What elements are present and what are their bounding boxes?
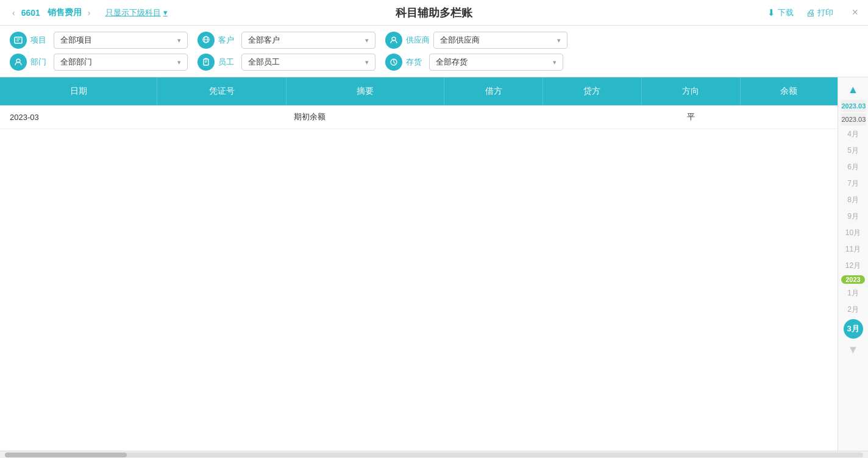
sidebar-item-8[interactable]: 10月 xyxy=(841,225,866,241)
project-label: 项目 xyxy=(30,35,50,46)
sidebar-active-month-container[interactable]: 3月 xyxy=(844,319,863,339)
col-debit: 借方 xyxy=(444,77,543,105)
employee-label: 员工 xyxy=(218,57,238,68)
print-label: 打印 xyxy=(817,7,833,18)
sidebar-item-9[interactable]: 11月 xyxy=(841,242,866,257)
show-sub-arrow: ▾ xyxy=(163,8,168,17)
filter-item-customer: 客户 全部客户 ▾ xyxy=(197,32,375,49)
project-select[interactable]: 全部项目 ▾ xyxy=(54,32,188,49)
filter-item-employee: 员工 全部员工 ▾ xyxy=(197,54,375,71)
cell-credit xyxy=(542,105,641,129)
account-code: 6601 xyxy=(21,8,40,18)
page-title: 科目辅助多栏账 xyxy=(396,5,472,20)
print-button[interactable]: 🖨 打印 xyxy=(806,7,833,18)
sidebar-item-4[interactable]: 6月 xyxy=(841,160,866,175)
top-actions: ⬇ 下载 🖨 打印 × xyxy=(767,6,858,19)
employee-select[interactable]: 全部员工 ▾ xyxy=(241,54,375,71)
account-name: 销售费用 xyxy=(48,7,82,18)
department-icon xyxy=(10,54,27,71)
sidebar-active-month[interactable]: 3月 xyxy=(844,319,863,339)
project-icon xyxy=(10,32,27,49)
col-direction: 方向 xyxy=(641,77,740,105)
show-sub-label: 只显示下级科目 xyxy=(105,7,161,18)
sidebar-down-arrow[interactable]: ▼ xyxy=(845,341,862,358)
filter-row-2: 部门 全部部门 ▾ 员工 全部员工 ▾ xyxy=(10,54,858,71)
department-select[interactable]: 全部部门 ▾ xyxy=(54,54,188,71)
col-balance: 余额 xyxy=(740,77,838,105)
table-header-row: 日期 凭证号 摘要 借方 贷方 方向 余额 xyxy=(0,77,838,105)
sidebar-up-arrow[interactable]: ▲ xyxy=(845,81,862,98)
department-value: 全部部门 xyxy=(60,57,92,68)
supplier-label: 供应商 xyxy=(406,35,430,46)
main-table: 日期 凭证号 摘要 借方 贷方 方向 余额 2023-03 期初余额 xyxy=(0,77,838,129)
download-button[interactable]: ⬇ 下载 xyxy=(767,7,794,18)
supplier-select[interactable]: 全部供应商 ▾ xyxy=(433,32,567,49)
sidebar-item-0[interactable]: 2023.03 xyxy=(841,100,866,112)
scrollbar-track xyxy=(5,453,863,457)
employee-value: 全部员工 xyxy=(248,57,280,68)
inventory-arrow: ▾ xyxy=(553,58,557,66)
cell-date: 2023-03 xyxy=(0,105,157,129)
customer-label: 客户 xyxy=(218,35,238,46)
customer-select[interactable]: 全部客户 ▾ xyxy=(241,32,375,49)
sidebar-item-10[interactable]: 12月 xyxy=(841,258,866,273)
filter-item-inventory: 存货 全部存货 ▾ xyxy=(385,54,563,71)
top-bar: ‹ 6601 销售费用 › 只显示下级科目 ▾ 科目辅助多栏账 ⬇ 下载 🖨 打… xyxy=(0,0,868,26)
sidebar-item-3[interactable]: 5月 xyxy=(841,143,866,158)
filter-row-1: 项目 全部项目 ▾ 客户 全部客户 ▾ xyxy=(10,32,858,49)
supplier-icon xyxy=(385,32,402,49)
employee-icon xyxy=(197,54,215,71)
col-summary: 摘要 xyxy=(286,77,444,105)
filter-item-project: 项目 全部项目 ▾ xyxy=(10,32,188,49)
sidebar-item-5[interactable]: 7月 xyxy=(841,176,866,191)
horizontal-scrollbar[interactable] xyxy=(0,451,868,458)
table-row[interactable]: 2023-03 期初余额 平 xyxy=(0,105,838,129)
prev-arrow[interactable]: ‹ xyxy=(10,8,18,18)
supplier-arrow: ▾ xyxy=(557,37,561,44)
customer-arrow: ▾ xyxy=(365,37,369,44)
print-icon: 🖨 xyxy=(806,7,815,18)
filter-item-supplier: 供应商 全部供应商 ▾ xyxy=(385,32,567,49)
show-sub-button[interactable]: 只显示下级科目 ▾ xyxy=(105,7,168,18)
project-arrow: ▾ xyxy=(177,37,181,44)
cell-voucher xyxy=(157,105,286,129)
project-value: 全部项目 xyxy=(60,35,92,46)
sidebar-item-7[interactable]: 9月 xyxy=(841,209,866,224)
sidebar-item-1[interactable]: 2023.03 xyxy=(841,113,866,125)
filter-item-department: 部门 全部部门 ▾ xyxy=(10,54,188,71)
department-arrow: ▾ xyxy=(177,58,181,66)
customer-value: 全部客户 xyxy=(248,35,280,46)
col-credit: 贷方 xyxy=(542,77,641,105)
inventory-label: 存货 xyxy=(406,57,425,68)
scrollbar-thumb[interactable] xyxy=(5,453,127,457)
main-window: ‹ 6601 销售费用 › 只显示下级科目 ▾ 科目辅助多栏账 ⬇ 下载 🖨 打… xyxy=(0,0,868,458)
cell-direction: 平 xyxy=(641,105,740,129)
next-arrow[interactable]: › xyxy=(85,8,93,18)
download-label: 下载 xyxy=(778,7,794,18)
sidebar-item-2[interactable]: 4月 xyxy=(841,127,866,142)
download-icon: ⬇ xyxy=(767,7,775,18)
sidebar-year-badge: 2023 xyxy=(841,275,864,284)
filter-area: 项目 全部项目 ▾ 客户 全部客户 ▾ xyxy=(0,26,868,77)
cell-summary: 期初余额 xyxy=(286,105,444,129)
sidebar-item-6[interactable]: 8月 xyxy=(841,192,866,208)
content-area: 日期 凭证号 摘要 借方 贷方 方向 余额 2023-03 期初余额 xyxy=(0,77,868,451)
col-voucher: 凭证号 xyxy=(157,77,286,105)
department-label: 部门 xyxy=(30,57,50,68)
inventory-icon xyxy=(385,54,402,71)
sidebar-item-12[interactable]: 1月 xyxy=(841,286,866,301)
close-button[interactable]: × xyxy=(852,6,858,19)
svg-rect-0 xyxy=(15,37,22,43)
customer-icon xyxy=(197,32,215,49)
inventory-value: 全部存货 xyxy=(436,57,468,68)
employee-arrow: ▾ xyxy=(365,58,369,66)
inventory-select[interactable]: 全部存货 ▾ xyxy=(429,54,563,71)
col-date: 日期 xyxy=(0,77,157,105)
table-container[interactable]: 日期 凭证号 摘要 借方 贷方 方向 余额 2023-03 期初余额 xyxy=(0,77,838,451)
supplier-value: 全部供应商 xyxy=(440,35,480,46)
sidebar-item-13[interactable]: 2月 xyxy=(841,302,866,317)
cell-balance xyxy=(740,105,838,129)
right-sidebar: ▲ 2023.03 2023.03 4月 5月 6月 7月 8月 9月 10月 … xyxy=(838,77,868,451)
cell-debit xyxy=(444,105,543,129)
